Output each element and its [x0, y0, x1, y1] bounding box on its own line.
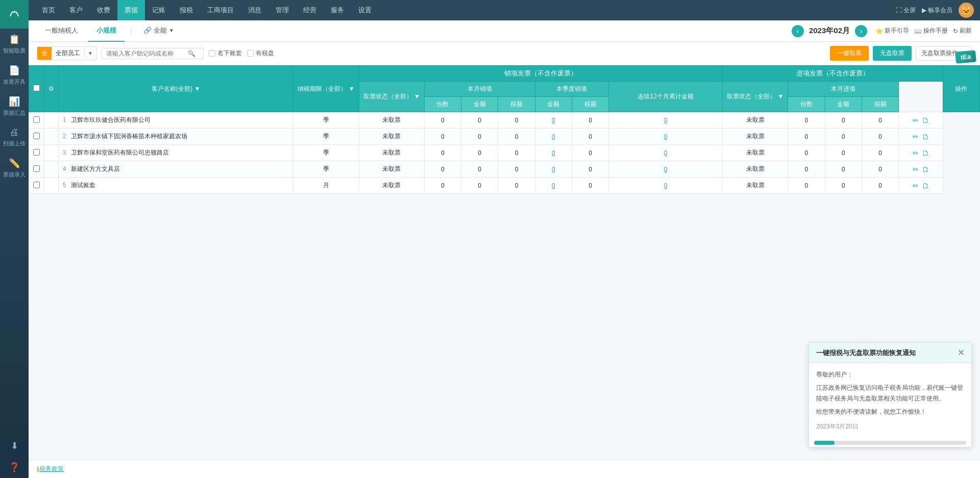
refresh-button[interactable]: ↻ 刷新: [953, 27, 972, 35]
col-customer-header[interactable]: 客户名称(全部) ▼: [59, 66, 293, 112]
tab-small[interactable]: 小规模: [88, 20, 125, 42]
view-icon[interactable]: 🗋: [922, 165, 929, 173]
col-purchase-fetch-header[interactable]: 取票状态（全部） ▼: [723, 82, 788, 112]
view-icon[interactable]: 🗋: [922, 116, 929, 124]
col-sales-month-header: 本月销项: [424, 82, 535, 97]
nav-home[interactable]: 首页: [35, 0, 62, 20]
sub-account-checkbox-label[interactable]: 名下账套: [209, 49, 242, 58]
table-row: 1 卫辉市玖玖健合医药有限公司 季 未取票 0 0 0 0 0 0 未取票 0 …: [29, 112, 980, 129]
nav-service[interactable]: 服务: [324, 0, 351, 20]
manual-button[interactable]: 📖 操作手册: [914, 27, 948, 35]
nav-business[interactable]: 工商项目: [200, 0, 241, 20]
cumulative-link[interactable]: 0: [664, 166, 668, 173]
notification-scrollbar[interactable]: [814, 441, 966, 445]
user-avatar[interactable]: 🐱: [959, 3, 974, 18]
sidebar-item-invoice-entry[interactable]: ✏️ 票据录入: [0, 153, 29, 184]
row-cumulative-cell: 0: [609, 112, 723, 129]
cumulative-link[interactable]: 0: [664, 117, 668, 124]
row-customer-name[interactable]: 测试账套: [71, 182, 95, 189]
row-customer-name[interactable]: 卫辉市玖玖健合医药有限公司: [71, 116, 151, 123]
row-customer-name[interactable]: 卫辉市汲水镇下固涧香椿苗木种植家庭农场: [71, 133, 187, 140]
cumulative-link[interactable]: 0: [664, 149, 668, 157]
view-icon[interactable]: 🗋: [922, 182, 929, 190]
row-checkbox[interactable]: [33, 165, 40, 172]
row-checkbox[interactable]: [33, 133, 40, 139]
row-checkbox[interactable]: [33, 182, 40, 188]
edit-icon[interactable]: ✏: [913, 182, 919, 190]
fullscreen-button[interactable]: ⛶ 全屏: [896, 6, 916, 15]
employee-dropdown-icon[interactable]: ▼: [84, 48, 96, 58]
select-all-checkbox[interactable]: [33, 85, 40, 91]
col-sales-month-amount: 金额: [461, 97, 498, 112]
no-disk-fetch-button[interactable]: 无盘取票: [873, 46, 912, 61]
col-tax-period-header[interactable]: 纳税期限（全部） ▼: [293, 66, 359, 112]
row-tax-period-cell: 季: [293, 145, 359, 161]
row-actions-cell: ✏ 🗋: [899, 161, 943, 178]
has-tax-checkbox[interactable]: [247, 50, 254, 57]
has-tax-checkbox-label[interactable]: 有税盘: [247, 49, 274, 58]
nav-settings[interactable]: 设置: [351, 0, 379, 20]
tab-all[interactable]: 🔗 全能 ▼: [135, 20, 182, 42]
edit-icon[interactable]: ✏: [913, 165, 919, 173]
employee-filter[interactable]: 全 全部员工 ▼: [37, 46, 96, 60]
nav-operation[interactable]: 经营: [296, 0, 324, 20]
sidebar-item-smart-fetch[interactable]: 📋 智能取票: [0, 29, 29, 60]
tea-badge[interactable]: tEa: [955, 50, 976, 63]
row-purchase-month-count-cell: 0: [788, 178, 825, 194]
row-customer-name[interactable]: 新建区方方文具店: [71, 165, 120, 172]
row-purchase-month-amount-cell: 0: [825, 178, 862, 194]
sidebar: 📋 智能取票 📄 发票开具 📊 票据汇总 🖨 扫描上传 ✏️ 票据录入 ⬇ ❓: [0, 0, 29, 478]
tab-general[interactable]: 一般纳税人: [37, 20, 86, 42]
notification-close-button[interactable]: ✕: [958, 348, 964, 358]
view-icon[interactable]: 🗋: [922, 149, 929, 157]
edit-icon[interactable]: ✏: [913, 133, 919, 141]
sales-quarter-amount-link[interactable]: 0: [552, 149, 555, 157]
sales-quarter-amount-link[interactable]: 0: [552, 117, 555, 124]
view-icon[interactable]: 🗋: [922, 133, 929, 141]
row-checkbox[interactable]: [33, 116, 40, 123]
sales-quarter-amount-link[interactable]: 0: [552, 133, 555, 140]
row-customer-name[interactable]: 卫辉市保和堂医药有限公司忠顿路店: [71, 149, 169, 156]
col-settings-header[interactable]: ⚙: [44, 66, 59, 112]
sales-quarter-amount-link[interactable]: 0: [552, 182, 555, 189]
row-tax-period-cell: 季: [293, 161, 359, 178]
nav-invoice[interactable]: 票据: [117, 0, 145, 20]
edit-icon[interactable]: ✏: [913, 116, 919, 124]
sales-quarter-amount-link[interactable]: 0: [552, 166, 555, 173]
sidebar-item-issue-invoice[interactable]: 📄 发票开具: [0, 60, 29, 91]
chevron-down-icon: ▼: [169, 28, 174, 33]
row-purchase-fetch-status-cell: 未取票: [723, 112, 788, 129]
search-icon[interactable]: 🔍: [188, 50, 195, 57]
search-input[interactable]: [106, 50, 188, 57]
col-sales-fetch-header[interactable]: 取票状态（全部） ▼: [359, 82, 424, 112]
row-purchase-month-amount-cell: 0: [825, 161, 862, 178]
row-checkbox[interactable]: [33, 149, 40, 156]
sidebar-item-help[interactable]: ❓: [0, 457, 29, 478]
col-purchase-month-tax: 税额: [862, 97, 898, 112]
tax-policy-link[interactable]: 税务政策: [39, 465, 64, 473]
nav-billing[interactable]: 收费: [90, 0, 117, 20]
nav-manage[interactable]: 管理: [268, 0, 296, 20]
sub-account-checkbox[interactable]: [209, 50, 215, 57]
row-purchase-fetch-status-cell: 未取票: [723, 161, 788, 178]
next-period-button[interactable]: ›: [855, 25, 867, 37]
edit-icon[interactable]: ✏: [913, 149, 919, 157]
sidebar-item-invoice-summary[interactable]: 📊 票据汇总: [0, 91, 29, 122]
cumulative-link[interactable]: 0: [664, 133, 668, 140]
sidebar-item-scan-upload[interactable]: 🖨 扫描上传: [0, 122, 29, 153]
issue-invoice-icon: 📄: [9, 65, 20, 76]
nav-bookkeeping[interactable]: 记账: [145, 0, 173, 20]
prev-period-button[interactable]: ‹: [792, 25, 804, 37]
sidebar-item-label: 扫描上传: [3, 140, 26, 147]
cumulative-link[interactable]: 0: [664, 182, 668, 189]
member-button[interactable]: ▶ 畅享会员: [922, 6, 952, 15]
nav-customer[interactable]: 客户: [62, 0, 90, 20]
bottom-bar: ℹ 税务政策: [29, 460, 980, 478]
sidebar-item-download[interactable]: ⬇: [0, 435, 29, 457]
one-key-fetch-button[interactable]: 一键取票: [830, 46, 869, 61]
nav-message[interactable]: 消息: [241, 0, 268, 20]
nav-tax[interactable]: 报税: [173, 0, 200, 20]
new-guide-button[interactable]: ⭐ 新手引导: [875, 27, 909, 35]
row-purchase-month-tax-cell: 0: [862, 178, 898, 194]
invoice-entry-icon: ✏️: [9, 158, 20, 169]
